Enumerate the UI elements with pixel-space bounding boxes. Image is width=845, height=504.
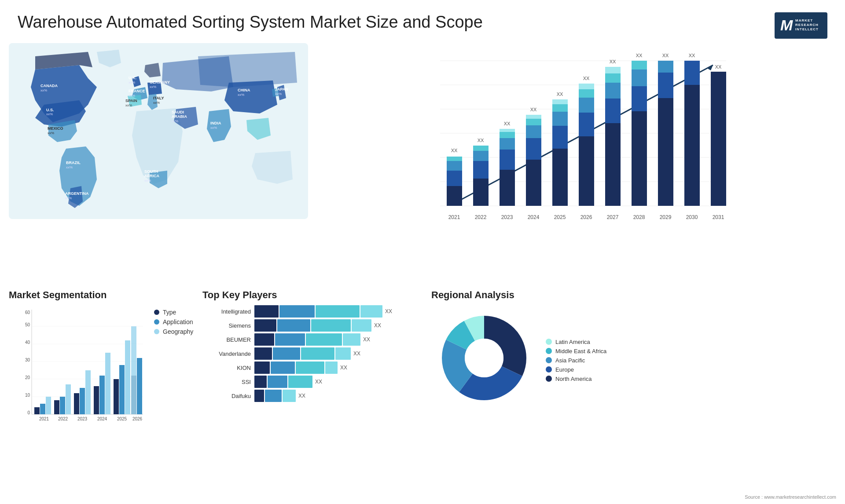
players-section: Top Key Players Intelligrated XX Siemens [202, 289, 422, 465]
player-xx: XX [363, 336, 370, 343]
svg-rect-76 [552, 104, 568, 112]
svg-text:2024: 2024 [97, 416, 107, 421]
svg-rect-137 [85, 370, 91, 414]
svg-text:XX: XX [451, 148, 458, 153]
svg-text:xx%: xx% [275, 92, 282, 96]
svg-rect-135 [74, 393, 79, 414]
svg-rect-63 [500, 129, 515, 132]
seg-chart-wrapper: 0 10 20 30 40 50 60 [9, 305, 145, 426]
svg-text:xx%: xx% [40, 88, 47, 92]
svg-text:2023: 2023 [501, 214, 513, 220]
svg-text:U.K.: U.K. [129, 76, 136, 80]
logo-svg: M MARKET RESEARCH INTELLECT [777, 14, 825, 38]
svg-text:2028: 2028 [633, 214, 645, 220]
player-bar-seg2 [277, 319, 310, 332]
svg-text:MEXICO: MEXICO [48, 126, 63, 131]
svg-rect-70 [526, 115, 541, 119]
legend-label-app: Application [163, 318, 193, 325]
svg-rect-141 [105, 353, 110, 414]
svg-rect-139 [94, 386, 99, 414]
legend-label-geo: Geography [163, 328, 193, 335]
player-row-siemens: Siemens XX [202, 319, 422, 332]
player-xx: XX [298, 393, 305, 399]
player-xx: XX [353, 351, 360, 357]
svg-rect-144 [119, 365, 125, 414]
svg-text:INDIA: INDIA [210, 121, 221, 125]
player-xx: XX [340, 365, 347, 371]
player-row-beumer: BEUMER XX [202, 333, 422, 346]
svg-text:2022: 2022 [58, 416, 68, 421]
donut-chart-svg [431, 305, 537, 411]
svg-text:BRAZIL: BRAZIL [66, 161, 81, 165]
world-map-svg: CANADA xx% U.S. xx% MEXICO xx% BRAZIL xx… [9, 43, 308, 219]
svg-text:ARGENTINA: ARGENTINA [65, 191, 89, 196]
svg-text:2029: 2029 [660, 214, 672, 220]
svg-text:INTELLECT: INTELLECT [795, 27, 819, 31]
reg-legend-label-mea: Middle East & Africa [555, 348, 606, 354]
segmentation-legend: Type Application Geography [154, 309, 193, 335]
svg-text:xx%: xx% [150, 85, 156, 89]
svg-rect-106 [684, 61, 700, 85]
player-bar-container: XX [254, 362, 422, 374]
player-row-intelligrated: Intelligrated XX [202, 305, 422, 318]
regional-content: Latin America Middle East & Africa Asia … [431, 305, 836, 411]
chart-section: XX 2021 XX 2022 XX 2023 [317, 43, 836, 285]
svg-text:2024: 2024 [528, 214, 540, 220]
svg-text:XX: XX [583, 76, 590, 81]
reg-legend-dot-europe [546, 366, 552, 373]
svg-rect-132 [60, 397, 65, 414]
player-name: KION [202, 365, 251, 371]
svg-rect-68 [526, 125, 541, 138]
player-name: Intelligrated [202, 308, 251, 315]
svg-text:xx%: xx% [129, 94, 135, 98]
svg-text:2021: 2021 [448, 214, 460, 220]
regional-section: Regional Analysis Latin America [431, 289, 836, 465]
svg-text:XX: XX [689, 53, 695, 58]
player-bar-seg1 [254, 376, 267, 388]
player-bar-seg3 [288, 376, 312, 388]
svg-rect-127 [34, 407, 40, 414]
svg-rect-94 [632, 111, 647, 206]
svg-rect-74 [552, 126, 568, 149]
legend-type: Type [154, 309, 193, 316]
svg-rect-49 [447, 161, 462, 171]
svg-text:2021: 2021 [39, 416, 49, 421]
players-list: Intelligrated XX Siemens XX [202, 305, 422, 402]
player-xx: XX [374, 322, 381, 329]
svg-rect-143 [114, 379, 119, 414]
svg-rect-59 [500, 170, 515, 206]
regional-title: Regional Analysis [431, 289, 836, 301]
svg-rect-66 [526, 160, 541, 206]
svg-rect-95 [632, 86, 647, 111]
svg-point-157 [465, 339, 503, 377]
player-row-vanderlande: Vanderlande XX [202, 347, 422, 360]
legend-label-type: Type [163, 309, 176, 316]
player-name: Siemens [202, 322, 251, 329]
svg-rect-90 [605, 73, 621, 83]
player-row-daifuku: Daifuku XX [202, 390, 422, 402]
svg-text:SAUDI: SAUDI [172, 110, 184, 114]
svg-rect-89 [605, 83, 621, 99]
player-bar-seg4 [343, 333, 360, 346]
svg-rect-128 [40, 404, 45, 414]
player-bar-seg2 [265, 390, 282, 402]
svg-rect-102 [658, 61, 673, 73]
svg-rect-56 [473, 146, 489, 151]
legend-dot-geo [154, 329, 159, 334]
reg-legend-apac: Asia Pacific [546, 357, 606, 364]
svg-text:MARKET: MARKET [795, 18, 813, 22]
svg-text:XX: XX [662, 53, 669, 58]
svg-text:XX: XX [530, 107, 537, 112]
svg-rect-50 [447, 157, 462, 161]
svg-rect-55 [473, 151, 489, 161]
svg-rect-69 [526, 119, 541, 125]
reg-legend-na: North America [546, 376, 606, 382]
reg-legend-label-europe: Europe [555, 366, 574, 373]
logo-box: M MARKET RESEARCH INTELLECT [775, 12, 827, 39]
player-bar-seg1 [254, 305, 279, 318]
svg-rect-77 [552, 99, 568, 104]
svg-text:U.S.: U.S. [46, 108, 54, 112]
regional-legend: Latin America Middle East & Africa Asia … [546, 339, 606, 382]
svg-text:2025: 2025 [117, 416, 127, 421]
svg-rect-53 [473, 179, 489, 206]
